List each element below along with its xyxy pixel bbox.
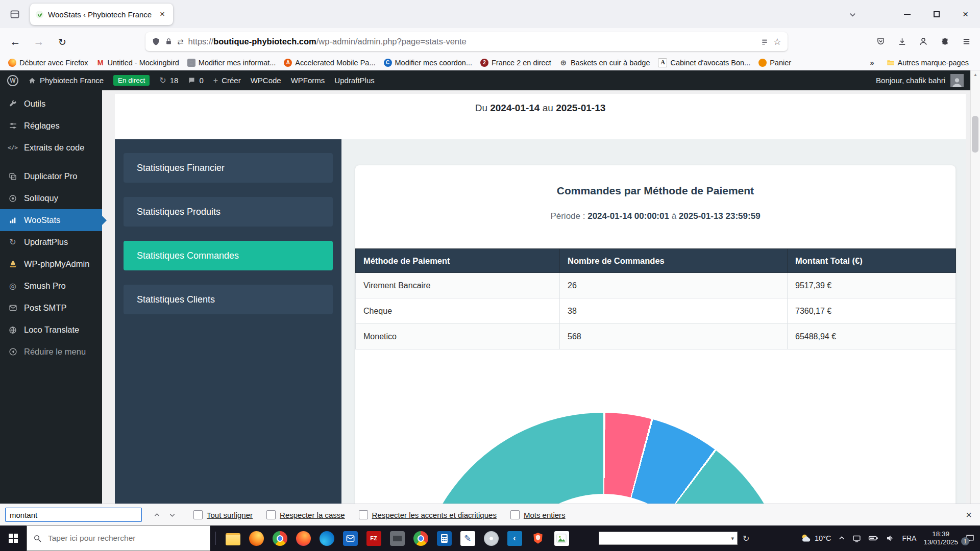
sidebar-item-duplicator-pro[interactable]: Duplicator Pro: [0, 165, 102, 187]
sidebar-item-loco-translate[interactable]: Loco Translate: [0, 319, 102, 341]
keyboard-language-button[interactable]: FRA: [902, 534, 916, 542]
taskbar-search-input[interactable]: [47, 533, 182, 543]
taskbar-app-colorful-icon[interactable]: [409, 525, 432, 551]
start-button[interactable]: [0, 525, 27, 551]
action-center-icon[interactable]: 1: [965, 534, 975, 543]
bookmark-item[interactable]: Débuter avec Firefox: [4, 58, 92, 68]
lock-icon[interactable]: [165, 38, 173, 45]
taskbar-edge-icon[interactable]: [315, 525, 338, 551]
live-status-badge[interactable]: En direct: [113, 75, 150, 86]
account-icon[interactable]: [915, 33, 932, 50]
sidebar-collapse-menu[interactable]: Réduire le menu: [0, 341, 102, 363]
find-next-icon[interactable]: [164, 508, 180, 522]
bookmark-item[interactable]: MUntitled - Mockingbird: [92, 58, 183, 68]
extensions-puzzle-icon[interactable]: [936, 33, 953, 50]
tray-battery-icon[interactable]: [868, 533, 878, 543]
bookmarks-overflow-icon[interactable]: »: [868, 58, 876, 67]
admin-bar-comments[interactable]: 0: [188, 76, 203, 85]
sidebar-item-outils[interactable]: Outils: [0, 93, 102, 115]
reload-button[interactable]: ↻: [53, 33, 71, 51]
highlight-all-checkbox[interactable]: [193, 510, 203, 519]
bookmark-item[interactable]: ⊕Baskets en cuir à badge: [555, 58, 654, 68]
taskbar-search[interactable]: [27, 525, 210, 551]
bookmark-item[interactable]: ≡Modifier mes informat...: [183, 58, 280, 68]
taskbar-vscode-icon[interactable]: ‹: [503, 525, 526, 551]
taskbar-writer-icon[interactable]: ✎: [456, 525, 479, 551]
tab-close-icon[interactable]: ×: [157, 9, 168, 20]
url-bar[interactable]: ⇄ https://boutique-phybiotech.com/wp-adm…: [145, 32, 788, 51]
sidebar-item-smush-pro[interactable]: ◎ Smush Pro: [0, 275, 102, 297]
tray-volume-icon[interactable]: [886, 534, 895, 543]
taskbar-clock[interactable]: 18:39 13/01/2025: [923, 530, 958, 546]
taskbar-disc-icon[interactable]: [479, 525, 503, 551]
sidebar-item-updraftplus[interactable]: ↻ UpdraftPlus: [0, 231, 102, 253]
match-diacritics-checkbox[interactable]: [359, 510, 368, 519]
sidebar-item-wp-phpmyadmin[interactable]: WP-phpMyAdmin: [0, 253, 102, 275]
tab-statistiques-financier[interactable]: Statistiques Financier: [124, 153, 333, 183]
sidebar-item-soliloquy[interactable]: Soliloquy: [0, 187, 102, 209]
menu-hamburger-icon[interactable]: [958, 33, 975, 50]
match-case-checkbox[interactable]: [266, 510, 276, 519]
find-input[interactable]: [5, 508, 142, 522]
bookmark-item[interactable]: 2France 2 en direct: [476, 58, 555, 68]
taskbar-refresh-icon[interactable]: ↻: [743, 534, 749, 543]
sidebar-item-extraits-de-code[interactable]: </> Extraits de code: [0, 137, 102, 159]
highlight-all-option[interactable]: Tout surligner: [193, 510, 253, 519]
bookmark-item[interactable]: AAccelerated Mobile Pa...: [280, 58, 379, 68]
find-bar-close-icon[interactable]: ×: [966, 509, 972, 521]
tab-statistiques-commandes[interactable]: Statistiques Commandes: [124, 241, 333, 270]
tracking-shield-icon[interactable]: [152, 37, 160, 46]
match-case-label[interactable]: Respecter la casse: [280, 511, 345, 519]
taskbar-chrome-icon[interactable]: [268, 525, 291, 551]
tab-statistiques-clients[interactable]: Statistiques Clients: [124, 285, 333, 314]
whole-words-checkbox[interactable]: [510, 510, 520, 519]
admin-bar-updraftplus[interactable]: UpdraftPlus: [334, 76, 374, 85]
browser-tab[interactable]: WooStats ‹ Phybiotech France – ×: [30, 4, 173, 25]
admin-bar-site-link[interactable]: Phybiotech France: [28, 76, 104, 85]
bookmark-item[interactable]: CModifier mes coordon...: [380, 58, 477, 68]
bookmark-star-icon[interactable]: ☆: [773, 36, 781, 47]
sidebar-item-woostats[interactable]: WooStats: [0, 209, 102, 231]
list-all-tabs-icon[interactable]: [843, 7, 862, 22]
back-button[interactable]: ←: [6, 33, 24, 51]
firefox-view-icon[interactable]: [6, 6, 23, 23]
bookmark-item[interactable]: Panier: [754, 58, 795, 68]
match-diacritics-label[interactable]: Respecter les accents et diacritiques: [372, 511, 497, 519]
downloads-icon[interactable]: [893, 33, 911, 50]
taskbar-firefox-icon[interactable]: [244, 525, 268, 551]
taskbar-calculator-icon[interactable]: [432, 525, 456, 551]
other-bookmarks-button[interactable]: Autres marque-pages: [883, 58, 973, 68]
forward-button[interactable]: →: [30, 33, 48, 51]
pocket-icon[interactable]: [872, 33, 889, 50]
scrollbar-up-icon[interactable]: ▲: [971, 70, 980, 79]
match-case-option[interactable]: Respecter la casse: [266, 510, 345, 519]
taskbar-brave-icon[interactable]: [526, 525, 550, 551]
highlight-all-label[interactable]: Tout surligner: [207, 511, 253, 519]
whole-words-option[interactable]: Mots entiers: [510, 510, 566, 519]
window-maximize-button[interactable]: [922, 0, 951, 28]
taskbar-explorer-icon[interactable]: [221, 525, 244, 551]
wordpress-logo-icon[interactable]: W: [7, 75, 18, 86]
admin-bar-wpcode[interactable]: WPCode: [251, 76, 281, 85]
taskbar-firefox-2-icon[interactable]: [291, 525, 315, 551]
taskbar-app-gray-icon[interactable]: [385, 525, 409, 551]
admin-bar-wpforms[interactable]: WPForms: [291, 76, 325, 85]
taskbar-photos-icon[interactable]: [550, 525, 573, 551]
bookmark-item[interactable]: ACabinet d'avocats Bon...: [654, 57, 754, 68]
reader-mode-icon[interactable]: [761, 38, 769, 46]
payment-methods-donut-chart[interactable]: [416, 413, 791, 504]
taskbar-filezilla-icon[interactable]: FZ: [362, 525, 385, 551]
scrollbar-thumb[interactable]: [972, 116, 978, 153]
find-previous-icon[interactable]: [149, 508, 164, 522]
weather-widget[interactable]: 10°C: [800, 533, 831, 544]
tab-statistiques-produits[interactable]: Statistiques Produits: [124, 197, 333, 227]
taskbar-mail-icon[interactable]: [338, 525, 362, 551]
permissions-icon[interactable]: ⇄: [177, 37, 184, 46]
window-minimize-button[interactable]: [893, 0, 922, 28]
tray-network-icon[interactable]: [852, 534, 861, 543]
whole-words-label[interactable]: Mots entiers: [524, 511, 566, 519]
sidebar-item-post-smtp[interactable]: Post SMTP: [0, 297, 102, 319]
window-close-button[interactable]: ×: [951, 0, 980, 28]
page-scrollbar[interactable]: ▲: [970, 70, 980, 504]
tray-expand-chevron-icon[interactable]: [838, 535, 845, 542]
